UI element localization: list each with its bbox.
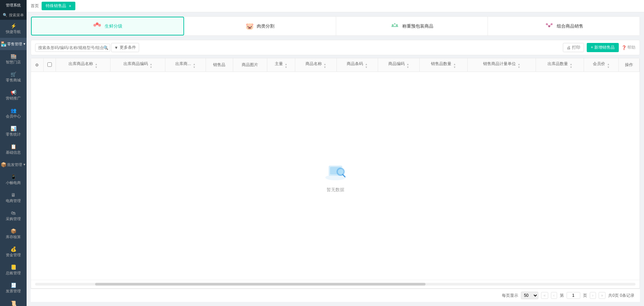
search-input[interactable] bbox=[35, 44, 110, 52]
sidebar-item-label: 基础信息 bbox=[6, 150, 21, 155]
tab-fresh-grade-label: 生鲜分级 bbox=[105, 23, 122, 29]
svg-point-0 bbox=[93, 24, 96, 27]
retail-stats-icon: 📊 bbox=[11, 126, 16, 131]
member-center-icon: 👥 bbox=[11, 108, 16, 113]
sidebar-item-member-center[interactable]: 👥 会员中心 bbox=[0, 104, 27, 122]
sidebar-item-label: 快捷导航 bbox=[6, 29, 21, 34]
combo-sales-icon bbox=[544, 21, 554, 31]
tab-meat-cut-label: 肉类分割 bbox=[257, 23, 274, 29]
tab-scale-pack[interactable]: 称重预包装商品 bbox=[336, 17, 488, 35]
col-out-goods-name[interactable]: 出库商品名称 ▲▼ bbox=[56, 58, 110, 72]
chevron-down-icon: ▼ bbox=[23, 163, 26, 166]
invoice-mgmt-icon: 🧾 bbox=[11, 282, 16, 288]
col-settings[interactable]: ⚙ bbox=[31, 58, 43, 72]
tab-fresh-grade[interactable]: 生鲜分级 bbox=[31, 17, 184, 35]
mini-ecommerce-icon: 📱 bbox=[11, 174, 16, 180]
sidebar-item-tax-mgmt[interactable]: 📜 税务管理 bbox=[0, 297, 27, 306]
col-goods-name[interactable]: 商品名称 ▲▼ bbox=[295, 58, 336, 72]
col-out-goods-extra[interactable]: 出库商... ▲▼ bbox=[165, 58, 206, 72]
print-button[interactable]: 🖨 打印 bbox=[563, 43, 584, 52]
per-page-select[interactable]: 20 50 100 bbox=[521, 292, 538, 299]
help-button[interactable]: ❓ 帮助 bbox=[621, 45, 635, 50]
sort-icon: ▲▼ bbox=[285, 63, 287, 69]
col-goods-code[interactable]: 商品编码 ▲▼ bbox=[378, 58, 420, 72]
col-sales-qty[interactable]: 销售品数量 ▲▼ bbox=[419, 58, 467, 72]
col-main-weight[interactable]: 主量 ▲▼ bbox=[267, 58, 295, 72]
sidebar-item-retail-mall[interactable]: 🛒 零售商城 bbox=[0, 68, 27, 86]
sidebar-item-label: 小畅电商 bbox=[6, 180, 21, 185]
data-table: ⚙ 出库商品名称 ▲▼ 出库商品编码 ▲▼ bbox=[31, 58, 640, 72]
select-all-checkbox[interactable] bbox=[47, 62, 52, 67]
scrollbar-track bbox=[35, 283, 635, 286]
sidebar-item-ledger[interactable]: 📒 总账管理 bbox=[0, 261, 27, 279]
sidebar-item-retail-stats[interactable]: 📊 零售统计 bbox=[0, 122, 27, 140]
sort-icon: ▲▼ bbox=[607, 63, 610, 69]
filter-button[interactable]: ▼ 更多条件 bbox=[111, 43, 139, 52]
svg-line-11 bbox=[549, 24, 552, 26]
sidebar-item-sales-promo[interactable]: 📢 营销推广 bbox=[0, 86, 27, 104]
sidebar-item-label: 零售统计 bbox=[6, 132, 21, 137]
sidebar-item-purchase-mgmt[interactable]: 🛍 采购管理 bbox=[0, 207, 27, 225]
sidebar-item-label: 资金管理 bbox=[6, 253, 21, 258]
retail-mall-icon: 🛒 bbox=[11, 72, 16, 77]
sidebar-item-invoice-mgmt[interactable]: 🧾 发票管理 bbox=[0, 279, 27, 297]
svg-point-2 bbox=[98, 24, 101, 27]
settings-icon: ⚙ bbox=[35, 63, 39, 67]
sort-icon: ▲▼ bbox=[570, 63, 572, 69]
sidebar-item-label: 会员中心 bbox=[6, 114, 21, 119]
toolbar: 🔍 ▼ 更多条件 🖨 打印 + 新增销售品 ❓ 帮助 bbox=[31, 40, 640, 55]
tab-scale-pack-label: 称重预包装商品 bbox=[402, 23, 433, 29]
sidebar-item-label: 电商管理 bbox=[6, 198, 21, 203]
sidebar-item-smart-store[interactable]: 🏬 智慧门店 bbox=[0, 50, 27, 68]
sidebar-item-batch-mgmt[interactable]: 📦 批发管理 ▼ bbox=[0, 158, 27, 171]
sidebar-item-label: 采购管理 bbox=[6, 216, 21, 221]
pagination: 每页显示 20 50 100 « ‹ 第 页 › » 共0页 0条记录 bbox=[31, 289, 640, 302]
purchase-mgmt-icon: 🛍 bbox=[11, 210, 16, 216]
col-goods-barcode[interactable]: 商品条码 ▲▼ bbox=[336, 58, 378, 72]
col-goods-img[interactable]: 商品图片 bbox=[233, 58, 267, 72]
close-icon[interactable]: × bbox=[69, 4, 71, 9]
col-out-qty[interactable]: 出库品数量 ▲▼ bbox=[536, 58, 584, 72]
col-sales-goods[interactable]: 销售品 bbox=[206, 58, 233, 72]
sidebar-item-inventory[interactable]: 📦 库存核算 bbox=[0, 225, 27, 243]
sidebar-search[interactable]: 🔍 快捷导航 搜索菜单 bbox=[0, 11, 27, 20]
col-member-price[interactable]: 会员价 ▲▼ bbox=[584, 58, 619, 72]
sidebar: 管理系统 🔍 快捷导航 搜索菜单 ⚡ 快捷导航 🏪 零售管理 ▼ 🏬 智慧门店 … bbox=[0, 0, 27, 306]
sidebar-item-retail-mgmt[interactable]: 🏪 零售管理 ▼ bbox=[0, 38, 27, 50]
next-page-button[interactable]: › bbox=[590, 292, 596, 299]
prev-page-button[interactable]: ‹ bbox=[551, 292, 557, 299]
col-sales-unit[interactable]: 销售商品计量单位 ▲▼ bbox=[467, 58, 536, 72]
add-sales-button[interactable]: + 新增销售品 bbox=[587, 43, 619, 52]
sidebar-item-quick-nav[interactable]: ⚡ 快捷导航 bbox=[0, 20, 27, 38]
last-page-button[interactable]: » bbox=[599, 292, 606, 299]
svg-point-16 bbox=[338, 169, 343, 174]
horizontal-scrollbar[interactable] bbox=[31, 280, 640, 288]
sidebar-item-basic-info[interactable]: 📋 基础信息 bbox=[0, 140, 27, 158]
page-content: 生鲜分级 🐷 肉类分割 称重预包装商品 bbox=[27, 12, 644, 306]
tab-meat-cut[interactable]: 🐷 肉类分割 bbox=[184, 17, 336, 35]
print-icon: 🖨 bbox=[567, 45, 571, 50]
sidebar-item-finance[interactable]: 💰 资金管理 bbox=[0, 243, 27, 261]
sort-icon: ▲▼ bbox=[518, 63, 520, 69]
sort-icon: ▲▼ bbox=[453, 63, 456, 69]
page-number-input[interactable] bbox=[567, 292, 580, 299]
sort-icon: ▲▼ bbox=[324, 63, 326, 69]
sidebar-item-mini-ecommerce[interactable]: 📱 小畅电商 bbox=[0, 171, 27, 189]
tab-combo-sales[interactable]: 组合商品销售 bbox=[488, 17, 640, 35]
sidebar-item-label: 发票管理 bbox=[6, 289, 21, 294]
home-link[interactable]: 首页 bbox=[31, 3, 39, 9]
first-page-button[interactable]: « bbox=[541, 292, 548, 299]
active-tab[interactable]: 特殊销售品 × bbox=[42, 2, 75, 10]
batch-mgmt-icon: 📦 bbox=[1, 162, 6, 167]
svg-point-4 bbox=[394, 23, 395, 25]
col-out-goods-code[interactable]: 出库商品编码 ▲▼ bbox=[110, 58, 165, 72]
sidebar-logo: 管理系统 bbox=[0, 0, 27, 11]
col-checkbox[interactable] bbox=[43, 58, 56, 72]
sidebar-item-label: 总账管理 bbox=[6, 271, 21, 276]
filter-icon: ▼ bbox=[114, 45, 118, 50]
svg-point-3 bbox=[392, 24, 394, 26]
sidebar-item-ecommerce-mgmt[interactable]: 🖥 电商管理 bbox=[0, 189, 27, 207]
svg-point-5 bbox=[396, 24, 398, 26]
sidebar-item-label: 零售商城 bbox=[6, 78, 21, 83]
chevron-down-icon: ▼ bbox=[23, 42, 26, 46]
